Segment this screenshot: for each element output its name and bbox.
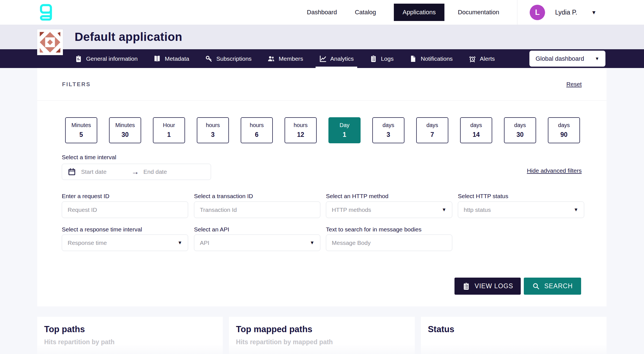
time-button-unit: Day: [340, 122, 350, 128]
book-icon: [153, 55, 161, 63]
tab-label: Members: [279, 55, 303, 62]
tab-logs[interactable]: Logs: [370, 49, 394, 68]
chevron-down-icon: ▼: [177, 240, 182, 245]
time-button-hours-3[interactable]: hours3: [197, 117, 229, 143]
search-button[interactable]: SEARCH: [524, 278, 581, 295]
time-button-day-1[interactable]: Day1: [328, 117, 361, 143]
dashboard-select[interactable]: Global dashboard ▼: [529, 51, 605, 67]
top-nav-links: Dashboard Catalog Applications Documenta…: [307, 0, 596, 25]
time-button-unit: days: [426, 122, 438, 128]
nav-item-catalog[interactable]: Catalog: [355, 0, 376, 25]
request-id-input[interactable]: [62, 201, 188, 218]
tab-metadata[interactable]: Metadata: [153, 49, 189, 68]
hide-advanced-filters-link[interactable]: Hide advanced filters: [527, 167, 582, 174]
nav-divider: [517, 0, 517, 25]
http-method-select[interactable]: HTTP methods ▼: [326, 201, 452, 218]
chevron-down-icon: ▼: [595, 57, 599, 61]
time-button-value: 14: [473, 131, 480, 139]
time-button-value: 7: [430, 131, 434, 139]
time-button-value: 3: [211, 131, 215, 139]
tab-label: Analytics: [330, 55, 354, 62]
analytics-cards: Top paths Hits repartition by path Top m…: [37, 317, 607, 354]
gravitee-logo-icon[interactable]: [39, 4, 54, 21]
time-button-days-3[interactable]: days3: [372, 117, 404, 143]
time-button-days-7[interactable]: days7: [416, 117, 448, 143]
nav-item-label: Dashboard: [307, 9, 337, 16]
time-button-hours-6[interactable]: hours6: [241, 117, 273, 143]
avatar-initial: L: [535, 8, 540, 17]
user-avatar[interactable]: L: [530, 5, 545, 20]
start-date-input[interactable]: [81, 168, 123, 175]
time-button-minutes-30[interactable]: Minutes30: [109, 117, 141, 143]
chevron-down-icon: ▼: [442, 207, 446, 212]
time-button-value: 1: [167, 131, 171, 139]
time-button-value: 6: [255, 131, 259, 139]
search-label: SEARCH: [544, 282, 573, 290]
tab-members[interactable]: Members: [267, 49, 303, 68]
time-interval-label: Select a time interval: [62, 154, 116, 161]
response-time-select-value: Response time: [68, 240, 177, 246]
message-body-label: Text to search for in message bodies: [326, 226, 422, 233]
alarm-clock-icon: [468, 55, 476, 63]
transaction-id-input[interactable]: [194, 201, 320, 218]
nav-item-documentation[interactable]: Documentation: [458, 0, 499, 25]
api-label: Select an API: [194, 226, 229, 233]
time-range-buttons: Minutes5 Minutes30 Hour1 hours3 hours6 h…: [65, 117, 580, 143]
user-name: Lydia P.: [555, 9, 577, 16]
tab-alerts[interactable]: Alerts: [468, 49, 495, 68]
time-button-unit: Hour: [163, 122, 175, 128]
request-id-label: Enter a request ID: [62, 193, 109, 200]
tab-label: Subscriptions: [216, 55, 252, 62]
tab-label: General information: [86, 55, 138, 62]
time-button-value: 30: [517, 131, 524, 139]
time-button-unit: Minutes: [71, 122, 91, 128]
tab-notifications[interactable]: Notifications: [409, 49, 453, 68]
date-range-input[interactable]: →: [62, 164, 211, 180]
nav-item-applications[interactable]: Applications: [394, 4, 444, 21]
document-icon: [409, 55, 417, 63]
arrow-right-icon: →: [131, 168, 139, 176]
top-nav: Dashboard Catalog Applications Documenta…: [0, 0, 644, 25]
time-button-hour-1[interactable]: Hour1: [153, 117, 185, 143]
time-button-days-30[interactable]: days30: [504, 117, 536, 143]
tab-general-information[interactable]: General information: [75, 49, 138, 68]
chevron-down-icon: ▼: [574, 207, 578, 212]
tab-analytics[interactable]: Analytics: [319, 49, 354, 68]
time-button-days-14[interactable]: days14: [460, 117, 492, 143]
http-method-label: Select an HTTP method: [326, 193, 389, 200]
time-button-days-90[interactable]: days90: [548, 117, 580, 143]
dashboard-select-value: Global dashboard: [536, 55, 595, 62]
time-button-minutes-5[interactable]: Minutes5: [65, 117, 97, 143]
view-logs-button[interactable]: VIEW LOGS: [454, 278, 521, 295]
card-top-mapped-paths: Top mapped paths Hits repartition by map…: [229, 317, 415, 354]
card-title: Top paths: [44, 324, 223, 334]
nav-item-dashboard[interactable]: Dashboard: [307, 0, 337, 25]
end-date-input[interactable]: [143, 168, 183, 175]
message-body-input[interactable]: [326, 235, 452, 251]
time-button-hours-12[interactable]: hours12: [285, 117, 317, 143]
time-button-unit: days: [558, 122, 570, 128]
members-icon: [267, 55, 275, 63]
http-status-select[interactable]: http status ▼: [458, 201, 584, 218]
page: Dashboard Catalog Applications Documenta…: [0, 0, 644, 354]
card-status: Status: [421, 317, 607, 354]
card-subtitle: Hits repartition by mapped path: [236, 338, 415, 346]
reset-link[interactable]: Reset: [566, 81, 582, 88]
view-logs-label: VIEW LOGS: [475, 282, 513, 290]
time-button-unit: days: [514, 122, 526, 128]
time-button-value: 1: [343, 131, 346, 139]
api-select[interactable]: API ▼: [194, 235, 320, 251]
tab-label: Alerts: [480, 55, 495, 62]
time-button-unit: days: [382, 122, 394, 128]
response-time-select[interactable]: Response time ▼: [62, 235, 188, 251]
time-button-value: 3: [387, 131, 390, 139]
user-menu-caret-icon[interactable]: ▼: [591, 10, 596, 15]
response-time-label: Select a response time interval: [62, 226, 142, 233]
time-button-unit: hours: [250, 122, 264, 128]
tab-subscriptions[interactable]: Subscriptions: [205, 49, 252, 68]
card-top-paths: Top paths Hits repartition by path: [37, 317, 223, 354]
tab-label: Metadata: [165, 55, 189, 62]
time-button-unit: hours: [206, 122, 220, 128]
key-icon: [205, 55, 213, 63]
time-button-unit: hours: [293, 122, 307, 128]
